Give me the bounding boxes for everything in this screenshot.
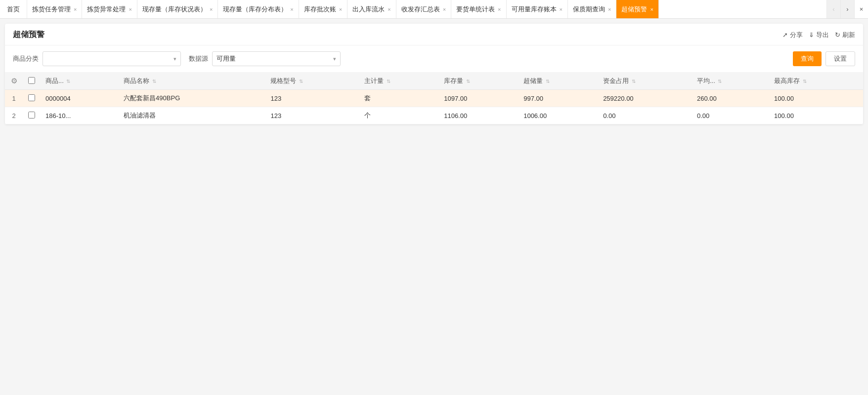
max-stock-column-header[interactable]: 最高库存 ⇅ (769, 73, 863, 90)
datasource-value: 可用量 (217, 54, 236, 63)
tab-order-stat[interactable]: 要货单统计表 × (451, 0, 506, 18)
tab-stock-status[interactable]: 现存量（库存状况表） × (137, 0, 218, 18)
refresh-icon: ↻ (835, 31, 840, 39)
datasource-label: 数据源 (189, 54, 208, 63)
spec: 123 (265, 107, 359, 124)
stock: 1097.00 (439, 90, 519, 107)
nav-prev-btn[interactable]: ‹ (826, 0, 840, 19)
sort-icon: ⇅ (803, 79, 807, 84)
page-container: 超储预警 ➚ 分享 ⇓ 导出 ↻ 刷新 商品分类 ▾ 数据源 (5, 24, 863, 124)
tab-inout-flow[interactable]: 出入库流水 × (347, 0, 396, 18)
product-code: 0000004 (41, 90, 119, 107)
filter-actions: 查询 设置 (793, 51, 855, 66)
data-table: ⚙ 商品... ⇅ 商品名称 ⇅ 规格型号 ⇅ (5, 73, 863, 124)
page-actions: ➚ 分享 ⇓ 导出 ↻ 刷新 (782, 31, 855, 40)
category-filter: 商品分类 ▾ (13, 51, 181, 66)
datasource-filter: 数据源 可用量 ▾ (189, 51, 341, 66)
tab-recv-send[interactable]: 收发存汇总表 × (396, 0, 451, 18)
datasource-chevron-icon: ▾ (333, 56, 336, 62)
overstock-column-header[interactable]: 超储量 ⇅ (519, 73, 598, 90)
unit-column-header[interactable]: 主计量 ⇅ (359, 73, 439, 90)
close-tab-stock-status[interactable]: × (210, 6, 213, 12)
nav-close-btn[interactable]: × (854, 0, 868, 19)
category-select[interactable]: ▾ (43, 51, 181, 66)
row-checkbox[interactable] (28, 94, 35, 101)
export-icon: ⇓ (809, 31, 814, 39)
max-stock: 100.00 (769, 107, 863, 124)
product-code: 186-10... (41, 107, 119, 124)
tab-pick-task[interactable]: 拣货任务管理 × (27, 0, 82, 18)
close-tab-recv-send[interactable]: × (443, 6, 446, 12)
product-code-column-header[interactable]: 商品... ⇅ (41, 73, 119, 90)
unit: 套 (359, 90, 439, 107)
close-tab-batch[interactable]: × (339, 6, 342, 12)
product-name-column-header[interactable]: 商品名称 ⇅ (119, 73, 265, 90)
home-tab[interactable]: 首页 (0, 0, 27, 18)
close-tab-overstock[interactable]: × (650, 6, 653, 12)
overstock: 997.00 (519, 90, 598, 107)
tab-overstock[interactable]: 超储预警 × (616, 0, 658, 18)
stock: 1106.00 (439, 107, 519, 124)
table-row: 2 186-10... 机油滤清器 123 个 1106.00 1006.00 … (5, 107, 863, 124)
spec: 123 (265, 90, 359, 107)
row-number: 2 (5, 107, 23, 124)
nav-next-btn[interactable]: › (840, 0, 854, 19)
capital: 0.00 (598, 107, 692, 124)
chevron-down-icon: ▾ (174, 56, 176, 62)
row-checkbox-cell[interactable] (23, 107, 41, 124)
sort-icon: ⇅ (299, 79, 303, 84)
tab-expiry[interactable]: 保质期查询 × (568, 0, 616, 18)
close-tab-avail-ledger[interactable]: × (560, 6, 563, 12)
table-body: 1 0000004 六配套新昌490BPG 123 套 1097.00 997.… (5, 90, 863, 124)
query-button[interactable]: 查询 (793, 51, 822, 66)
sort-icon: ⇅ (718, 79, 722, 84)
sort-icon: ⇅ (152, 79, 156, 84)
sort-icon: ⇅ (632, 79, 636, 84)
checkbox-column-header[interactable] (23, 73, 41, 90)
filter-bar: 商品分类 ▾ 数据源 可用量 ▾ 查询 设置 (5, 45, 863, 73)
avg: 260.00 (692, 90, 769, 107)
table-header-row: ⚙ 商品... ⇅ 商品名称 ⇅ 规格型号 ⇅ (5, 73, 863, 90)
sort-icon: ⇅ (466, 79, 470, 84)
close-tab-pick-task[interactable]: × (74, 6, 77, 12)
row-checkbox[interactable] (28, 112, 35, 118)
sort-icon: ⇅ (546, 79, 550, 84)
category-label: 商品分类 (13, 54, 39, 63)
tab-avail-ledger[interactable]: 可用量库存账本 × (507, 0, 568, 18)
capital: 259220.00 (598, 90, 692, 107)
gear-icon[interactable]: ⚙ (10, 77, 18, 85)
close-tab-inout-flow[interactable]: × (388, 6, 391, 12)
sort-icon: ⇅ (387, 79, 391, 84)
page-title: 超储预警 (13, 30, 44, 40)
row-number: 1 (5, 90, 23, 107)
topbar-nav-buttons: ‹ › × (826, 0, 868, 19)
stock-column-header[interactable]: 库存量 ⇅ (439, 73, 519, 90)
close-tab-stock-dist[interactable]: × (290, 6, 293, 12)
tab-batch[interactable]: 库存批次账 × (299, 0, 347, 18)
page-header: 超储预警 ➚ 分享 ⇓ 导出 ↻ 刷新 (5, 24, 863, 45)
row-checkbox-cell[interactable] (23, 90, 41, 107)
export-button[interactable]: ⇓ 导出 (809, 31, 829, 40)
datasource-select[interactable]: 可用量 ▾ (212, 51, 341, 66)
overstock: 1006.00 (519, 107, 598, 124)
table-wrapper: ⚙ 商品... ⇅ 商品名称 ⇅ 规格型号 ⇅ (5, 73, 863, 124)
topbar: 首页 拣货任务管理 × 拣货异常处理 × 现存量（库存状况表） × 现存量（库存… (0, 0, 868, 19)
settings-column-header[interactable]: ⚙ (5, 73, 23, 90)
avg-column-header[interactable]: 平均... ⇅ (692, 73, 769, 90)
product-name: 机油滤清器 (119, 107, 265, 124)
select-all-checkbox[interactable] (28, 77, 35, 84)
close-tab-order-stat[interactable]: × (498, 6, 501, 12)
tab-stock-dist[interactable]: 现存量（库存分布表） × (218, 0, 299, 18)
share-icon: ➚ (782, 31, 788, 39)
capital-column-header[interactable]: 资金占用 ⇅ (598, 73, 692, 90)
avg: 0.00 (692, 107, 769, 124)
spec-column-header[interactable]: 规格型号 ⇅ (265, 73, 359, 90)
close-tab-pick-exception[interactable]: × (129, 6, 131, 12)
share-button[interactable]: ➚ 分享 (782, 31, 803, 40)
table-row: 1 0000004 六配套新昌490BPG 123 套 1097.00 997.… (5, 90, 863, 107)
close-tab-expiry[interactable]: × (608, 6, 611, 12)
product-name: 六配套新昌490BPG (119, 90, 265, 107)
settings-button[interactable]: 设置 (825, 51, 855, 66)
tab-pick-exception[interactable]: 拣货异常处理 × (82, 0, 137, 18)
refresh-button[interactable]: ↻ 刷新 (835, 31, 855, 40)
